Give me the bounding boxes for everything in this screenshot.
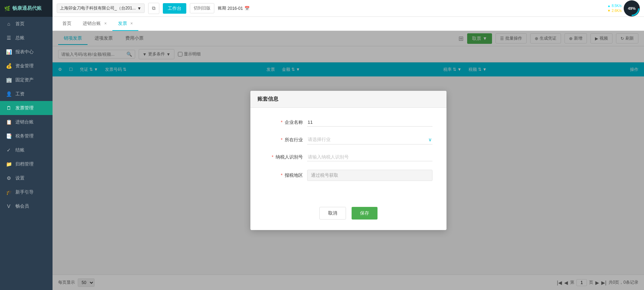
progress-text: 49% — [628, 6, 636, 11]
company-name-input[interactable] — [307, 118, 432, 127]
network-stats: ▲ 8.5K/s ▼ 2.6K/s — [607, 4, 622, 13]
member-icon: V — [6, 203, 12, 209]
sidebar-label-ledger: 总账 — [15, 35, 25, 41]
sidebar-label-tax: 税务管理 — [15, 133, 34, 139]
nav-tabs: 首页 进销台账 × 发票 × — [53, 17, 644, 31]
settings-icon: ⚙ — [6, 175, 12, 181]
network-progress-circle: 49% — [624, 0, 640, 16]
finance-icon: 💰 — [6, 63, 12, 69]
tab-purchase-sales[interactable]: 进销台账 × — [77, 17, 112, 31]
archive-icon: 📁 — [6, 161, 12, 167]
sidebar-label-assets: 固定资产 — [15, 77, 34, 83]
sidebar-item-finance[interactable]: 💰 资金管理 — [0, 59, 53, 73]
sidebar-item-member[interactable]: V 畅会员 — [0, 199, 53, 213]
close-tab-invoice[interactable]: × — [130, 21, 133, 26]
invoice-icon: 🗒 — [6, 105, 12, 111]
topbar: 上海卯金刀电子科技有限公司_（台201... ▼ ⧉ 工作台 切到旧版 账期 2… — [53, 0, 644, 17]
purchase-icon: 📋 — [6, 119, 12, 125]
sidebar-item-salary[interactable]: 👤 工资 — [0, 87, 53, 101]
sidebar-label-invoice: 发票管理 — [15, 105, 34, 111]
sidebar-label-report: 报表中心 — [15, 49, 34, 55]
content-area: 销项发票 进项发票 费用小票 ⊞ 取票 ▼ ☰ 批量操作 ⊕ — [53, 31, 644, 290]
copy-button[interactable]: ⧉ — [148, 3, 159, 14]
sidebar-item-invoice[interactable]: 🗒 发票管理 — [0, 101, 53, 115]
calendar-icon[interactable]: 📅 — [244, 6, 250, 11]
sidebar-label-member: 畅会员 — [15, 203, 29, 209]
sidebar-label-settings: 设置 — [15, 175, 25, 181]
tax-id-label: * 纳税人识别号 — [264, 154, 303, 160]
tax-region-row: * 报税地区 通过税号获取 — [264, 170, 432, 181]
network-widget: ▲ 8.5K/s ▼ 2.6K/s 49% — [607, 0, 640, 16]
company-name: 上海卯金刀电子科技有限公司_（台201... — [60, 5, 136, 11]
cancel-button[interactable]: 取消 — [319, 207, 346, 220]
copy-icon: ⧉ — [152, 5, 155, 11]
topbar-right: ▲ 8.5K/s ▼ 2.6K/s 49% — [607, 0, 640, 16]
tax-region-label: * 报税地区 — [264, 172, 303, 178]
assets-icon: 🏢 — [6, 77, 12, 83]
industry-select[interactable]: 请选择行业 ∨ — [307, 135, 432, 144]
tax-icon: 📑 — [6, 133, 12, 139]
sidebar: 🌿 畅康通易代账 ⌂ 首页 ☰ 总账 📊 报表中心 💰 资金管理 🏢 固定资产 … — [0, 0, 53, 290]
sidebar-item-archive[interactable]: 📁 归档管理 — [0, 157, 53, 171]
sidebar-item-home[interactable]: ⌂ 首页 — [0, 17, 53, 31]
main-area: 上海卯金刀电子科技有限公司_（台201... ▼ ⧉ 工作台 切到旧版 账期 2… — [53, 0, 644, 290]
close-books-icon: ✓ — [6, 147, 12, 153]
workbench-button[interactable]: 工作台 — [163, 3, 186, 14]
sidebar-item-tax[interactable]: 📑 税务管理 — [0, 129, 53, 143]
sidebar-label-salary: 工资 — [15, 91, 25, 97]
report-icon: 📊 — [6, 49, 12, 55]
company-dropdown-icon: ▼ — [137, 6, 141, 11]
sidebar-label-archive: 归档管理 — [15, 161, 34, 167]
salary-icon: 👤 — [6, 91, 12, 97]
upload-speed: ▲ 8.5K/s — [607, 4, 622, 8]
company-selector[interactable]: 上海卯金刀电子科技有限公司_（台201... ▼ — [57, 4, 145, 13]
download-speed: ▼ 2.6K/s — [607, 8, 622, 13]
industry-placeholder: 请选择行业 — [308, 136, 428, 143]
company-name-label: * 企业名称 — [264, 119, 303, 126]
app-logo: 🌿 畅康通易代账 — [0, 0, 53, 17]
save-button[interactable]: 保存 — [352, 207, 378, 220]
company-name-row: * 企业名称 — [264, 118, 432, 127]
sidebar-label-guide: 新手引导 — [15, 189, 34, 195]
sidebar-item-settings[interactable]: ⚙ 设置 — [0, 171, 53, 185]
sidebar-item-ledger[interactable]: ☰ 总账 — [0, 31, 53, 45]
sidebar-label-home: 首页 — [15, 21, 25, 27]
modal-overlay: 账套信息 * 企业名称 * 所在行业 — [53, 31, 644, 290]
tax-region-readonly: 通过税号获取 — [307, 170, 432, 181]
logo-icon: 🌿 — [4, 6, 10, 11]
period-label: 账期 — [218, 5, 226, 11]
sidebar-item-assets[interactable]: 🏢 固定资产 — [0, 73, 53, 87]
sidebar-item-purchase-sales[interactable]: 📋 进销台账 — [0, 115, 53, 129]
tax-id-input[interactable] — [307, 153, 432, 161]
home-icon: ⌂ — [6, 21, 12, 27]
close-tab-purchase-sales[interactable]: × — [104, 21, 107, 26]
modal-footer: 取消 保存 — [250, 200, 446, 230]
sidebar-label-close: 结账 — [15, 147, 25, 153]
modal-body: * 企业名称 * 所在行业 请选择行业 ∨ — [250, 108, 446, 200]
industry-label: * 所在行业 — [264, 137, 303, 143]
industry-dropdown-icon: ∨ — [428, 137, 432, 142]
period-display: 账期 2016-01 📅 — [218, 5, 250, 11]
tab-invoice[interactable]: 发票 × — [112, 17, 139, 31]
modal-title: 账套信息 — [250, 91, 446, 108]
switch-old-button[interactable]: 切到旧版 — [190, 3, 214, 13]
account-info-modal: 账套信息 * 企业名称 * 所在行业 — [250, 91, 446, 230]
sidebar-label-finance: 资金管理 — [15, 63, 34, 69]
industry-row: * 所在行业 请选择行业 ∨ — [264, 135, 432, 144]
sidebar-label-purchase-sales: 进销台账 — [15, 119, 34, 125]
guide-icon: 🎓 — [6, 189, 12, 195]
sidebar-item-guide[interactable]: 🎓 新手引导 — [0, 185, 53, 199]
tax-id-row: * 纳税人识别号 — [264, 153, 432, 161]
tab-home[interactable]: 首页 — [57, 17, 77, 31]
logo-text: 畅康通易代账 — [12, 5, 42, 12]
period-value: 2016-01 — [228, 6, 243, 11]
sidebar-item-close[interactable]: ✓ 结账 — [0, 143, 53, 157]
sidebar-item-report[interactable]: 📊 报表中心 — [0, 45, 53, 59]
ledger-icon: ☰ — [6, 35, 12, 41]
